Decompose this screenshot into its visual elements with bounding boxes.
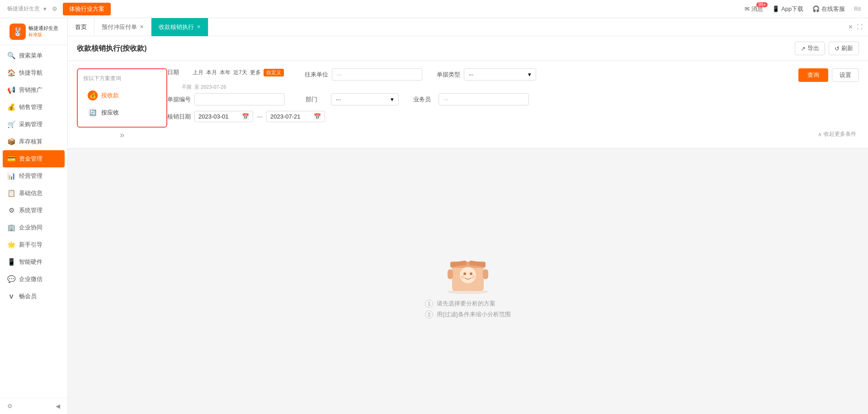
basic-icon: 📋 <box>7 189 15 197</box>
filter-verifydate-item: 核销日期 2023-03-01 📅 — 2023-07-21 📅 <box>167 111 325 122</box>
doctype-select[interactable]: ··· ▾ <box>464 68 536 81</box>
sidebar-item-wechat[interactable]: 💬 企业微信 <box>0 271 67 288</box>
tab-receipt[interactable]: 收款核销执行 ✕ <box>151 18 208 36</box>
tab-home-label: 首页 <box>75 23 87 31</box>
hint-text-1: 请先选择要分析的方案 <box>437 300 495 308</box>
sidebar-label-quicknav: 快捷导航 <box>19 69 42 77</box>
settings-btn[interactable]: 设置 <box>832 68 859 82</box>
tabs-bar: 首页 预付冲应付单 ✕ 收款核销执行 ✕ ✕ ⛶ <box>68 18 868 36</box>
brand-text: 畅捷通好生意 <box>7 5 40 13</box>
tab-close-all-icon[interactable]: ✕ <box>848 24 853 30</box>
app-download-btn[interactable]: 📱 App下载 <box>772 5 803 13</box>
sidebar-item-hardware[interactable]: 📱 智能硬件 <box>0 253 67 271</box>
filter-row-2: 单据编号 部门 ··· ▾ 业务员 <box>167 93 859 105</box>
shortcut-this-month[interactable]: 本月 <box>206 69 217 76</box>
filter-plan-panel: 按以下方案查询 💰 按收款 🔄 按应收 <box>77 68 167 128</box>
refresh-btn[interactable]: ↺ 刷新 <box>829 42 859 55</box>
main-content: 1 请先选择要分析的方案 2 用[过滤]条件来缩小分析范围 <box>68 148 868 414</box>
sidebar-item-member[interactable]: V 畅会员 <box>0 288 67 305</box>
shortcut-this-year[interactable]: 本年 <box>220 69 231 76</box>
topbar-left: 畅捷通好生意 ▾ ⚙ 体验行业方案 <box>7 3 111 15</box>
empty-hint-2: 2 用[过滤]条件来缩小分析范围 <box>425 310 510 319</box>
message-icon: ✉ <box>745 5 750 12</box>
sidebar-item-capital[interactable]: 💳 资金管理 <box>3 150 65 167</box>
unit-input[interactable]: ··· <box>332 68 422 81</box>
filter-row-1: 日期 上月 本月 本年 近7天 更多 自定义 往来单位 <box>167 68 859 82</box>
service-icon: 🎧 <box>812 5 820 12</box>
date-shortcuts-group: 上月 本月 本年 近7天 更多 自定义 <box>193 69 284 76</box>
empty-hints: 1 请先选择要分析的方案 2 用[过滤]条件来缩小分析范围 <box>425 300 510 319</box>
brand-edition: 标准版 <box>28 32 58 38</box>
svg-rect-10 <box>448 269 453 279</box>
filter-dept-item: 部门 ··· ▾ <box>306 93 399 105</box>
dept-select[interactable]: ··· ▾ <box>331 93 399 105</box>
system-icon: ⚙ <box>7 206 15 214</box>
home-icon: 🏠 <box>7 69 15 77</box>
customer-service-btn[interactable]: 🎧 在线客服 <box>812 5 845 13</box>
verifydate-start[interactable]: 2023-03-01 📅 <box>194 111 253 122</box>
filter-left-panel: 按以下方案查询 💰 按收款 🔄 按应收 » <box>77 68 167 140</box>
hardware-icon: 📱 <box>7 258 15 266</box>
filter-option-receivable[interactable]: 🔄 按应收 <box>83 104 161 121</box>
page-title: 收款核销执行(按收款) <box>77 44 147 53</box>
guide-icon: 🌟 <box>7 241 15 249</box>
date-range-sep: — <box>257 113 263 120</box>
export-icon: ↗ <box>801 45 806 52</box>
sidebar-item-guide[interactable]: 🌟 新手引导 <box>0 236 67 253</box>
tab-prepay[interactable]: 预付冲应付单 ✕ <box>94 18 151 36</box>
collapse-more-bar[interactable]: ∧ 收起更多条件 <box>167 128 859 141</box>
search-icon: 🔍 <box>7 52 15 60</box>
shortcut-7days[interactable]: 近7天 <box>233 69 247 76</box>
filter-inner: 按以下方案查询 💰 按收款 🔄 按应收 » <box>68 61 868 148</box>
verifydate-end[interactable]: 2023-07-21 📅 <box>266 111 325 122</box>
empty-hint-1: 1 请先选择要分析的方案 <box>425 300 510 308</box>
shortcut-custom[interactable]: 自定义 <box>264 69 284 76</box>
user-name[interactable]: Rit <box>854 6 861 12</box>
filter-collapse-btn[interactable]: » <box>77 129 167 140</box>
sidebar-item-marketing[interactable]: 📢 营销推广 <box>0 81 67 99</box>
industry-btn[interactable]: 体验行业方案 <box>63 3 111 15</box>
sidebar-footer-gear[interactable]: ⚙ <box>7 403 13 409</box>
collapse-arrow-icon: ∧ <box>818 131 822 138</box>
sidebar-item-operations[interactable]: 📊 经营管理 <box>0 167 67 185</box>
docno-input[interactable] <box>194 93 285 105</box>
filter-unit-item: 往来单位 ··· <box>305 68 422 81</box>
message-btn[interactable]: ✉ 消息 99+ <box>745 5 763 13</box>
filter-option-receipt[interactable]: 💰 按收款 <box>83 87 161 104</box>
dept-label: 部门 <box>306 95 327 104</box>
tab-expand-icon[interactable]: ⛶ <box>857 24 863 30</box>
sidebar-item-purchase[interactable]: 🛒 采购管理 <box>0 116 67 133</box>
sidebar-item-quicknav[interactable]: 🏠 快捷导航 <box>0 64 67 81</box>
staff-label: 业务员 <box>413 95 435 104</box>
query-btn[interactable]: 查询 <box>798 68 828 82</box>
sidebar-label-basic: 基础信息 <box>19 189 42 197</box>
sidebar-label-member: 畅会员 <box>19 292 37 300</box>
filter-doctype-item: 单据类型 ··· ▾ <box>437 68 536 81</box>
settings-icon[interactable]: ⚙ <box>50 5 59 14</box>
sidebar-item-system[interactable]: ⚙ 系统管理 <box>0 202 67 219</box>
shortcut-last-month[interactable]: 上月 <box>193 69 203 76</box>
dropdown-icon[interactable]: ▾ <box>43 5 47 12</box>
svg-point-9 <box>472 275 475 279</box>
sidebar-collapse-btn[interactable]: ◀ <box>56 403 60 409</box>
sidebar-item-sales[interactable]: 💰 销售管理 <box>0 99 67 116</box>
sidebar-label-capital: 资金管理 <box>19 155 42 163</box>
sidebar-label-hardware: 智能硬件 <box>19 258 42 266</box>
filter-date-item: 日期 上月 本月 本年 近7天 更多 自定义 <box>167 68 284 76</box>
empty-illustration <box>439 244 497 294</box>
sidebar-item-basic[interactable]: 📋 基础信息 <box>0 185 67 202</box>
staff-input[interactable]: ··· <box>439 93 529 105</box>
shortcut-more[interactable]: 更多 <box>250 69 261 76</box>
query-actions: 查询 设置 <box>798 68 859 82</box>
sales-icon: 💰 <box>7 103 15 111</box>
purchase-icon: 🛒 <box>7 120 15 128</box>
export-btn[interactable]: ↗ 导出 <box>795 42 825 55</box>
tab-prepay-close[interactable]: ✕ <box>140 24 144 30</box>
sidebar-logo: 🐰 畅捷通好生意 标准版 <box>0 18 67 45</box>
sidebar-item-enterprise[interactable]: 🏢 企业协同 <box>0 219 67 236</box>
sidebar-item-search[interactable]: 🔍 搜索菜单 <box>0 47 67 64</box>
tab-home[interactable]: 首页 <box>68 18 94 36</box>
doctype-label: 单据类型 <box>437 71 460 79</box>
tab-receipt-close[interactable]: ✕ <box>197 24 201 30</box>
sidebar-item-inventory[interactable]: 📦 库存核算 <box>0 133 67 150</box>
